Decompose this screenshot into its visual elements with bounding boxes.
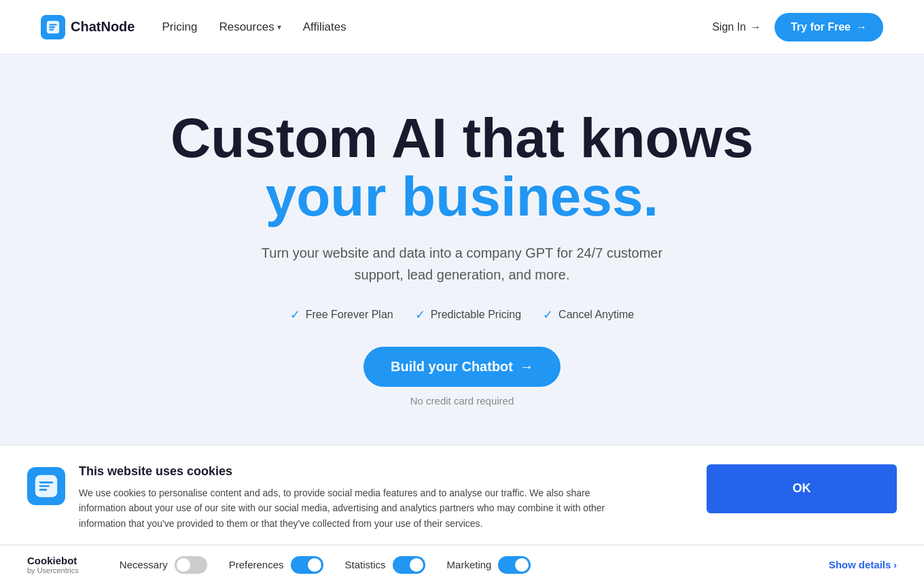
logo-text: ChatNode [71,19,135,35]
no-credit-text: No credit card required [410,395,514,407]
preferences-label: Preferences [229,559,284,570]
show-details-link[interactable]: Show details › [829,559,897,570]
badge-free-forever: ✓ Free Forever Plan [290,307,393,322]
hero-subtitle: Turn your website and data into a compan… [258,242,666,286]
nav-resources[interactable]: Resources ▾ [219,20,281,34]
nav-affiliates[interactable]: Affiliates [303,20,346,34]
try-free-button[interactable]: Try for Free → [775,13,883,41]
cookie-main: This website uses cookies We use cookies… [0,445,924,545]
arrow-icon: → [856,21,867,33]
hero-section: Custom AI that knows your business. Turn… [0,54,924,447]
statistics-label: Statistics [345,559,386,570]
control-necessary: Necessary [120,556,207,574]
cookiebot-name: Cookiebot [27,555,77,566]
control-statistics: Statistics [345,556,425,574]
navbar-right: Sign In → Try for Free → [712,13,883,41]
nav-links: Pricing Resources ▾ Affiliates [162,20,346,34]
ok-button[interactable]: OK [707,464,897,513]
resources-chevron-icon: ▾ [277,22,281,32]
chevron-right-icon: › [893,560,897,570]
check-icon-1: ✓ [290,307,300,322]
sign-in-button[interactable]: Sign In → [712,21,761,33]
control-preferences: Preferences [229,556,323,574]
necessary-toggle[interactable] [175,556,207,574]
badge-predictable: ✓ Predictable Pricing [415,307,521,322]
control-marketing: Marketing [447,556,531,574]
hero-badges: ✓ Free Forever Plan ✓ Predictable Pricin… [290,307,635,322]
statistics-toggle[interactable] [393,556,425,574]
build-chatbot-button[interactable]: Build your Chatbot → [363,347,561,387]
cookiebot-brand: Cookiebot by Usercentrics [27,555,79,574]
cookie-banner: This website uses cookies We use cookies… [0,445,924,584]
hero-title-line2: your business. [171,167,753,226]
check-icon-3: ✓ [543,307,553,322]
cookie-controls: Necessary Preferences Statistics Marketi… [120,556,897,574]
arrow-right-icon: → [750,21,761,33]
hero-title-line1: Custom AI that knows [171,109,753,167]
necessary-label: Necessary [120,559,168,570]
navbar-left: ChatNode Pricing Resources ▾ Affiliates [41,15,346,39]
hero-title: Custom AI that knows your business. [171,109,753,226]
navbar: ChatNode Pricing Resources ▾ Affiliates … [0,0,924,54]
nav-pricing[interactable]: Pricing [162,20,197,34]
check-icon-2: ✓ [415,307,425,322]
cookie-logo-icon [27,467,65,505]
badge-cancel: ✓ Cancel Anytime [543,307,634,322]
cookie-text-block: This website uses cookies We use cookies… [79,464,609,531]
preferences-toggle[interactable] [291,556,323,574]
logo-icon [41,15,65,39]
cookiebot-sub: by Usercentrics [27,566,79,574]
marketing-label: Marketing [447,559,492,570]
cookie-footer: Cookiebot by Usercentrics Necessary Pref… [0,545,924,584]
cookie-left: This website uses cookies We use cookies… [27,464,679,531]
marketing-toggle[interactable] [498,556,531,574]
cookie-description: We use cookies to personalise content an… [79,485,609,531]
arrow-cta-icon: → [520,359,533,375]
logo[interactable]: ChatNode [41,15,135,39]
cookie-title: This website uses cookies [79,464,609,479]
